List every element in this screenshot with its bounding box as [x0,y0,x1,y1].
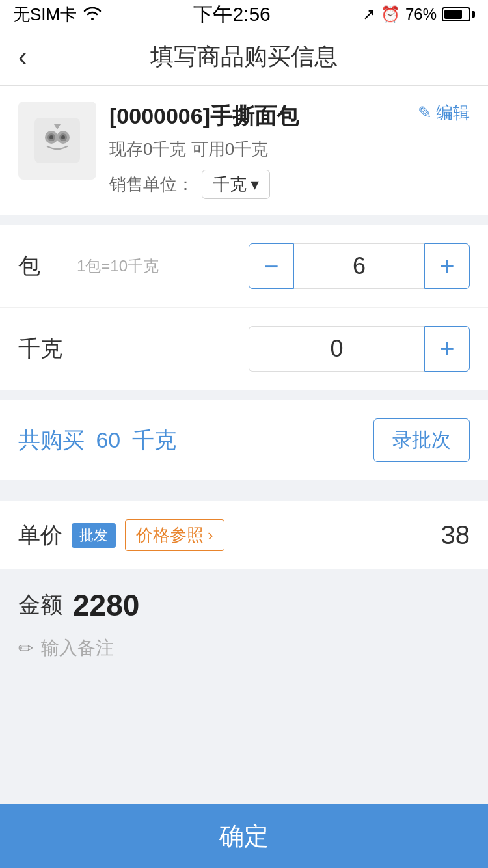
note-row[interactable]: ✏ 输入备注 [18,636,470,673]
kg-plus-button[interactable]: + [424,326,470,372]
pack-plus-button[interactable]: + [424,243,470,289]
product-thumbnail [18,102,96,180]
nav-bar: ‹ 填写商品购买信息 [0,29,488,86]
note-placeholder: 输入备注 [41,636,114,660]
pack-label: 包 [18,251,70,281]
price-left: 单价 批发 价格参照 › [18,519,224,551]
price-label: 单价 [18,521,62,550]
price-value: 38 [441,521,470,550]
kg-label: 千克 [18,334,70,364]
kg-input[interactable] [249,326,424,372]
separator [0,491,488,501]
battery-percent: 76% [405,5,437,23]
pack-quantity-row: 包 1包=10千克 − + [0,225,488,308]
status-right: ↗ ⏰ 76% [362,5,475,23]
edit-label: 编辑 [436,102,470,124]
amount-value: 2280 [73,588,139,623]
status-bar: 无SIM卡 下午2:56 ↗ ⏰ 76% [0,0,488,29]
chevron-down-icon: ▾ [251,174,259,195]
price-section: 单价 批发 价格参照 › 38 [0,501,488,569]
product-name: [0000006]手撕面包 [109,102,299,131]
unit-label: 销售单位： [109,173,194,196]
price-ref-label: 价格参照 [136,524,204,547]
price-row: 单价 批发 价格参照 › 38 [18,519,470,551]
batch-button[interactable]: 录批次 [373,418,470,462]
amount-row: 金额 2280 [18,588,470,623]
amount-section: 金额 2280 ✏ 输入备注 [0,569,488,686]
quantity-section: 包 1包=10千克 − + 千克 + [0,225,488,390]
location-icon: ↗ [362,5,375,23]
chevron-right-icon: › [208,525,213,545]
status-left: 无SIM卡 [13,3,102,26]
edit-icon: ✎ [418,103,432,123]
confirm-button[interactable]: 确定 [0,804,488,868]
page-title: 填写商品购买信息 [150,41,338,73]
carrier-text: 无SIM卡 [13,3,77,26]
pencil-icon: ✏ [18,638,33,659]
product-card: [0000006]手撕面包 ✎ 编辑 现存0千克 可用0千克 销售单位： 千克 … [0,86,488,215]
wifi-icon [83,5,102,25]
svg-point-6 [61,135,65,139]
pack-controls: − + [249,243,470,289]
price-badge: 批发 [72,523,116,548]
unit-value: 千克 [213,173,247,196]
unit-select[interactable]: 千克 ▾ [202,170,270,199]
product-unit-row: 销售单位： 千克 ▾ [109,170,470,199]
price-ref-button[interactable]: 价格参照 › [125,519,224,551]
alarm-icon: ⏰ [381,5,400,23]
pack-minus-button[interactable]: − [249,243,294,289]
amount-label: 金额 [18,590,62,620]
product-info: [0000006]手撕面包 ✎ 编辑 现存0千克 可用0千克 销售单位： 千克 … [109,102,470,199]
pack-input[interactable] [294,243,424,289]
back-button[interactable]: ‹ [18,42,27,72]
total-text: 共购买 60 千克 [18,426,176,455]
battery-icon [442,7,475,21]
pack-hint: 1包=10千克 [77,256,249,277]
kg-quantity-row: 千克 + [0,308,488,390]
total-row: 共购买 60 千克 录批次 [0,400,488,480]
svg-point-5 [49,135,53,139]
status-time: 下午2:56 [193,1,270,28]
kg-controls: + [249,326,470,372]
total-amount: 60 [96,427,120,452]
product-stock: 现存0千克 可用0千克 [109,138,470,161]
edit-button[interactable]: ✎ 编辑 [418,102,470,124]
